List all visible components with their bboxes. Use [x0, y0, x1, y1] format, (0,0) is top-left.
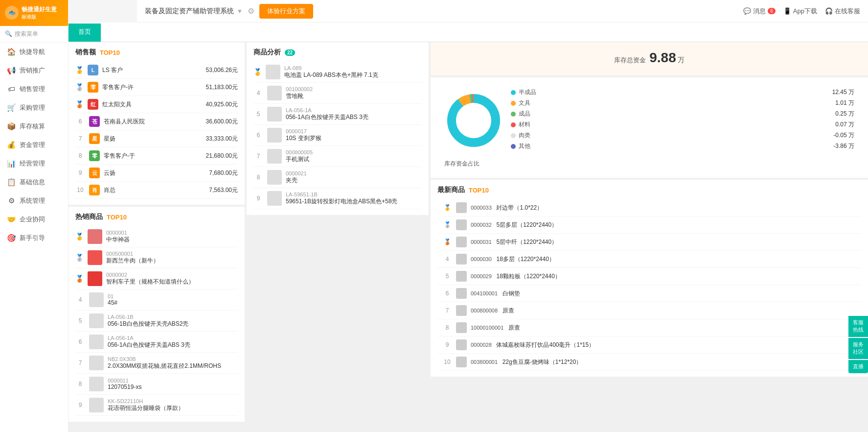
- medal-icon: 🥇: [442, 204, 452, 211]
- nav-tab-bar: 首页: [69, 23, 868, 42]
- sidebar-item-marketing[interactable]: 📢 营销推广: [0, 61, 68, 80]
- sidebar-item-system[interactable]: ⚙ 系统管理: [0, 192, 68, 210]
- newest-top10-label: TOP10: [469, 187, 489, 194]
- medal-icon: 🥉: [75, 275, 84, 283]
- list-item: 6 004100001 白钢垫: [437, 285, 861, 302]
- customers-section-title: 销售额 TOP10: [75, 48, 238, 57]
- mobile-icon: 📱: [783, 7, 791, 15]
- rank-number: 4: [75, 296, 85, 303]
- service-community-button[interactable]: 服务社区: [848, 338, 868, 359]
- product-code: 0000021: [286, 170, 422, 176]
- chevron-down-icon: ▼: [237, 8, 243, 15]
- product-code: 000800005: [286, 149, 422, 155]
- topbar-right: 💬 消息 6 📱 App下载 🎧 在线客服: [743, 7, 860, 16]
- product-thumbnail: [89, 313, 104, 328]
- tab-home[interactable]: 首页: [69, 24, 101, 42]
- customer-name: 云扬: [104, 169, 205, 177]
- legend-dot: [511, 133, 516, 138]
- product-thumbnail: [88, 271, 102, 286]
- list-item: 8 0000011 12070519-xs: [75, 374, 238, 395]
- table-row: 8 零 零售客户-于 21,680.00元: [75, 147, 238, 165]
- product-name: 59651-1B旋转投影灯电池盒ABS黑色+58壳: [286, 197, 422, 206]
- product-thumbnail: [267, 128, 282, 143]
- medal-icon: 🥈: [75, 254, 84, 262]
- newest-title: 最新商品 TOP10: [437, 186, 861, 194]
- product-name: 原查: [503, 307, 514, 314]
- rank-number: 4: [253, 90, 263, 96]
- chart-legend: 半成品 12.45 万 文具 1.01 万 成品 0.25 万: [511, 88, 854, 153]
- online-service-button[interactable]: 🎧 在线客服: [825, 7, 860, 16]
- legend-dot: [511, 90, 516, 95]
- product-info: 0000017 10S 变刹罗猴: [286, 128, 422, 143]
- sidebar-item-cooperation[interactable]: 🤝 企业协同: [0, 210, 68, 229]
- live-button[interactable]: 直播: [848, 360, 868, 373]
- sidebar-item-label: 企业协同: [20, 215, 45, 224]
- sidebar-item-finance[interactable]: 💰 资金管理: [0, 136, 68, 154]
- product-info: 0000029 18颗粒板（1220*2440）: [471, 272, 856, 281]
- logo-subtitle: 标准版: [22, 14, 57, 20]
- sidebar-logo: 🐟 畅捷通好生意 标准版: [0, 0, 68, 26]
- message-icon: 💬: [743, 7, 751, 15]
- product-name: 056-1A白色按键开关盖ABS 3壳: [286, 113, 422, 121]
- avatar: 苍: [89, 116, 100, 127]
- rank-number: 6: [75, 338, 85, 345]
- product-name: 封边带（1.0*22）: [496, 204, 543, 211]
- experience-button[interactable]: 体验行业方案: [259, 4, 313, 19]
- sidebar-item-basic-info[interactable]: 📋 基础信息: [0, 173, 68, 192]
- system-name-text: 装备及固定资产辅助管理系统: [145, 7, 234, 16]
- sidebar-item-label: 新手引导: [20, 234, 45, 242]
- list-item: 7 NB2.0X30B 2.0X30MM双搓花轴,搓花直径2.1MM/ROHS: [75, 353, 238, 374]
- sidebar-item-home[interactable]: 🏠 快捷导航: [0, 43, 68, 61]
- guide-icon: 🎯: [7, 234, 16, 242]
- search-menu[interactable]: 🔍 搜索菜单: [0, 26, 68, 43]
- sidebar-item-sales[interactable]: 🏷 销售管理: [0, 80, 68, 98]
- customer-name: 红太阳文具: [102, 100, 202, 109]
- sales-icon: 🏷: [7, 85, 16, 93]
- customer-service-button[interactable]: 客服热线: [848, 316, 868, 337]
- sidebar-item-guide[interactable]: 🎯 新手引导: [0, 229, 68, 247]
- sidebar-item-inventory[interactable]: 📦 库存核算: [0, 117, 68, 136]
- product-thumbnail: [456, 202, 467, 213]
- medal-icon: 🥇: [75, 233, 84, 240]
- sidebar-item-purchase[interactable]: 🛒 采购管理: [0, 98, 68, 117]
- product-info: 0000031 5层中纤（1220*2440）: [471, 238, 856, 246]
- medal-icon: 🥉: [75, 100, 84, 108]
- legend-dot: [511, 101, 516, 106]
- list-item: 🥈 0000032 5层多层（1220*2440）: [437, 216, 861, 234]
- product-thumbnail: [267, 191, 282, 206]
- customer-service-label: 客服热线: [853, 319, 864, 333]
- sidebar-item-operations[interactable]: 📊 经营管理: [0, 154, 68, 173]
- medal-icon: 🥈: [442, 221, 452, 228]
- customer-amount: 21,680.00元: [206, 152, 238, 160]
- product-name: 5层中纤（1220*2440）: [496, 239, 557, 245]
- topbar: 装备及固定资产辅助管理系统 ▼ ⚙ 体验行业方案 💬 消息 6 📱 App下载 …: [137, 0, 868, 23]
- gear-icon[interactable]: ⚙: [248, 6, 254, 16]
- app-download-button[interactable]: 📱 App下载: [783, 7, 817, 16]
- rank-number: 7: [253, 153, 263, 160]
- product-info: LA-056-1B 056-1B白色按键开关壳ABS2壳: [108, 314, 238, 328]
- product-code: 01: [108, 293, 238, 299]
- table-row: 9 云 云扬 7,680.00元: [75, 165, 238, 182]
- product-info: LA-59651-1B 59651-1B旋转投影灯电池盒ABS黑色+58壳: [286, 192, 422, 206]
- avatar: 零: [89, 150, 100, 161]
- svg-point-1: [452, 98, 496, 143]
- product-info: 000800005 手机测试: [286, 149, 422, 164]
- list-item: 9 0000028 体城嘉枚味苏打饮品400毫升（1*15）: [437, 336, 861, 354]
- product-thumbnail: [456, 339, 467, 350]
- list-item: 🥉 0000031 5层中纤（1220*2440）: [437, 234, 861, 251]
- sidebar-item-label: 经营管理: [20, 159, 45, 168]
- messages-button[interactable]: 💬 消息 6: [743, 7, 776, 16]
- rank-number: 9: [75, 402, 85, 408]
- hot-products-title-text: 热销商品: [75, 213, 103, 221]
- rank-number: 6: [442, 290, 452, 297]
- product-name: 手机测试: [286, 155, 422, 164]
- legend-value: 1.01 万: [835, 99, 854, 107]
- inventory-unit: 万: [678, 56, 685, 64]
- product-code: 0000001: [106, 230, 238, 236]
- medal-icon: 🥇: [75, 66, 84, 74]
- product-code: 0000030: [471, 256, 492, 262]
- rank-number: 5: [442, 273, 452, 280]
- sidebar-nav: 🏠 快捷导航 📢 营销推广 🏷 销售管理 🛒 采购管理 📦 库存核算 💰 资金管…: [0, 43, 68, 432]
- product-thumbnail: [267, 86, 282, 100]
- newest-title-text: 最新商品: [437, 186, 465, 194]
